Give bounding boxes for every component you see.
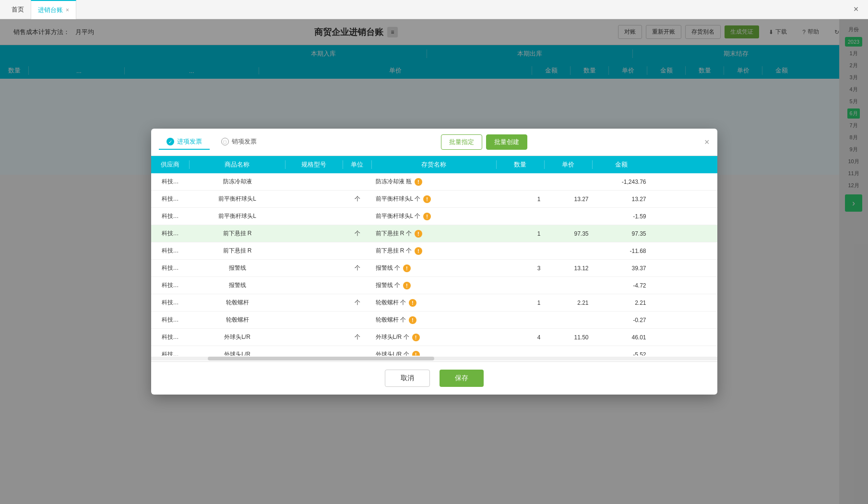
cell-inventory-name: 前平衡杆球头L 个 !: [372, 195, 497, 203]
table-row[interactable]: 科技… 前平衡杆球头L 个 前平衡杆球头L 个 ! 1 13.27 13.27: [151, 191, 717, 208]
col-quantity: 数量: [497, 160, 545, 169]
col-product-name: 商品名称: [190, 160, 285, 169]
cell-supplier: 科技…: [151, 195, 190, 203]
tab-inbound-invoice[interactable]: ✓ 进项发票: [159, 134, 210, 150]
cell-unit-price: 13.12: [545, 265, 593, 272]
cell-inventory-name: 前下悬挂 R 个 !: [372, 229, 497, 238]
cell-unit-price: 11.50: [545, 334, 593, 341]
table-row[interactable]: 科技… 前下悬挂 R 个 前下悬挂 R 个 ! 1 97.35 97.35: [151, 225, 717, 242]
cell-supplier: 科技…: [151, 178, 190, 186]
cell-inventory-name: 轮毂螺杆 个 !: [372, 299, 497, 307]
cancel-button[interactable]: 取消: [385, 370, 430, 387]
modal-close-button[interactable]: ×: [704, 137, 710, 147]
modal-dialog: ✓ 进项发票 □ 销项发票 批量指定 批量创建 × 供应商 商品名称 规: [151, 129, 717, 395]
cell-product-name: 报警线: [190, 281, 285, 289]
cell-product-name: 前平衡杆球头L: [190, 195, 285, 203]
cell-inventory-name: 前下悬挂 R 个 !: [372, 247, 497, 255]
batch-assign-button[interactable]: 批量指定: [441, 134, 482, 150]
cell-amount: 2.21: [593, 300, 650, 306]
tab-home[interactable]: 首页: [5, 0, 31, 19]
cell-quantity: 1: [497, 196, 545, 203]
save-button[interactable]: 保存: [440, 370, 484, 387]
cell-product-name: 外球头L/R: [190, 350, 285, 356]
table-row[interactable]: 科技… 前平衡杆球头L 前平衡杆球头L 个 ! -1.59: [151, 208, 717, 225]
table-row[interactable]: 科技… 外球头L/R 个 外球头L/R 个 ! 4 11.50 46.01: [151, 329, 717, 346]
tab-inbound-label: 进项发票: [177, 137, 202, 146]
cell-unit-price: 13.27: [545, 196, 593, 203]
tab-outbound-invoice[interactable]: □ 销项发票: [214, 134, 264, 150]
warning-icon: !: [403, 264, 411, 272]
warning-icon: !: [409, 299, 416, 307]
col-unit-price: 单价: [545, 160, 593, 169]
table-row[interactable]: 科技… 报警线 报警线 个 ! -4.72: [151, 277, 717, 294]
cell-supplier: 科技…: [151, 264, 190, 272]
scrollbar-thumb: [208, 357, 434, 360]
cell-product-name: 前平衡杆球头L: [190, 212, 285, 220]
warning-icon: !: [415, 247, 422, 255]
tab-active[interactable]: 进销台账 ×: [31, 0, 76, 19]
cell-unit-price: 2.21: [545, 300, 593, 306]
cell-product-name: 防冻冷却液: [190, 178, 285, 186]
cell-amount: -11.68: [593, 248, 650, 254]
warning-icon: !: [403, 282, 411, 289]
table-row[interactable]: 科技… 轮毂螺杆 轮毂螺杆 个 ! -0.27: [151, 312, 717, 329]
warning-icon: !: [423, 195, 431, 203]
warning-icon: !: [412, 351, 420, 356]
warning-icon: !: [412, 334, 420, 341]
cell-supplier: 科技…: [151, 247, 190, 255]
cell-inventory-name: 报警线 个 !: [372, 281, 497, 289]
warning-icon: !: [409, 316, 416, 324]
table-row[interactable]: 科技… 报警线 个 报警线 个 ! 3 13.12 39.37: [151, 260, 717, 277]
cell-inventory-name: 防冻冷却液 瓶 !: [372, 178, 497, 186]
table-row[interactable]: 科技… 防冻冷却液 防冻冷却液 瓶 ! -1,243.76: [151, 173, 717, 191]
cell-unit: 个: [343, 195, 372, 203]
tab-active-label: 进销台账: [38, 0, 63, 20]
cell-unit: 个: [343, 229, 372, 238]
col-unit: 单位: [343, 160, 372, 169]
table-row[interactable]: 科技… 轮毂螺杆 个 轮毂螺杆 个 ! 1 2.21 2.21: [151, 294, 717, 312]
horizontal-scrollbar[interactable]: [151, 357, 717, 360]
modal-footer: 取消 保存: [151, 361, 717, 395]
cell-quantity: 1: [497, 230, 545, 237]
cell-amount: -4.72: [593, 282, 650, 289]
cell-quantity: 3: [497, 265, 545, 272]
cell-quantity: 1: [497, 300, 545, 306]
cell-supplier: 科技…: [151, 299, 190, 307]
warning-icon: !: [415, 178, 422, 186]
cell-product-name: 前下悬挂 R: [190, 229, 285, 238]
modal-table: 供应商 商品名称 规格型号 单位 存货名称 数量 单价 金额 科技… 防冻冷却液…: [151, 156, 717, 361]
cell-unit-price: 97.35: [545, 230, 593, 237]
tab-outbound-label: 销项发票: [232, 137, 257, 146]
cell-amount: -5.52: [593, 351, 650, 356]
cell-product-name: 轮毂螺杆: [190, 316, 285, 324]
col-amount: 金额: [593, 160, 650, 169]
batch-create-button[interactable]: 批量创建: [486, 134, 527, 150]
cell-unit: 个: [343, 333, 372, 341]
top-bar: 首页 进销台账 × ×: [0, 0, 868, 19]
main-area: 销售成本计算方法： 月平均 商贸企业进销台账 ≡ 对账 重新开账 存货别名 生成…: [0, 19, 868, 504]
cell-amount: 46.01: [593, 334, 650, 341]
cell-inventory-name: 报警线 个 !: [372, 264, 497, 272]
cell-inventory-name: 轮毂螺杆 个 !: [372, 316, 497, 324]
modal-toolbar: 批量指定 批量创建: [441, 134, 527, 150]
modal-table-body: 科技… 防冻冷却液 防冻冷却液 瓶 ! -1,243.76 科技… 前平衡杆球头…: [151, 173, 717, 356]
cell-inventory-name: 外球头L/R 个 !: [372, 333, 497, 341]
tab-close-icon[interactable]: ×: [66, 0, 69, 20]
cell-inventory-name: 前平衡杆球头L 个 !: [372, 212, 497, 220]
cell-product-name: 报警线: [190, 264, 285, 272]
warning-icon: !: [423, 213, 431, 220]
cell-unit: 个: [343, 264, 372, 272]
modal-overlay: ✓ 进项发票 □ 销项发票 批量指定 批量创建 × 供应商 商品名称 规: [0, 19, 868, 504]
table-row[interactable]: 科技… 外球头L/R 外球头L/R 个 ! -5.52: [151, 346, 717, 356]
cell-supplier: 科技…: [151, 350, 190, 356]
col-spec: 规格型号: [285, 160, 343, 169]
modal-header: ✓ 进项发票 □ 销项发票 批量指定 批量创建 ×: [151, 129, 717, 156]
cell-amount: -0.27: [593, 317, 650, 324]
cell-product-name: 前下悬挂 R: [190, 247, 285, 255]
col-supplier: 供应商: [151, 160, 190, 169]
col-inventory-name: 存货名称: [372, 160, 497, 169]
window-close-button[interactable]: ×: [849, 2, 863, 17]
cell-inventory-name: 外球头L/R 个 !: [372, 350, 497, 356]
table-row[interactable]: 科技… 前下悬挂 R 前下悬挂 R 个 ! -11.68: [151, 242, 717, 260]
cell-supplier: 科技…: [151, 316, 190, 324]
